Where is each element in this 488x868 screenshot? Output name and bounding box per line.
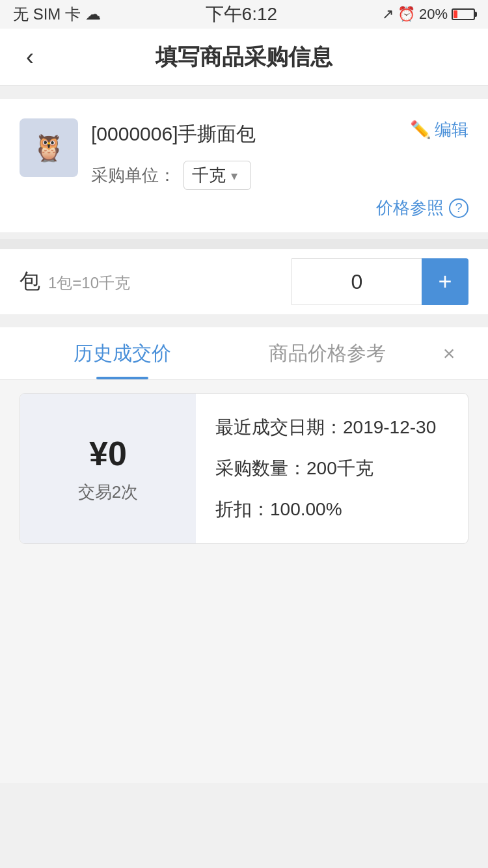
content-area: 历史成交价 商品价格参考 × ¥0 交易2次 最近成交日期：2019-12-30…: [0, 327, 488, 783]
product-unit-row: 采购单位： 千克 ▾: [91, 161, 256, 190]
status-bar: 无 SIM 卡 ☁ 下午6:12 ↗ ⏰ 20%: [0, 0, 488, 29]
product-info: [0000006]手撕面包 采购单位： 千克 ▾: [91, 118, 256, 190]
tab-close-button[interactable]: ×: [429, 327, 468, 379]
quantity-row-detail: 采购数量：200千克: [215, 454, 448, 483]
status-right: ↗ ⏰ 20%: [382, 6, 475, 23]
quantity-detail-value: 200千克: [306, 458, 373, 478]
price-ref-help-icon: ?: [449, 198, 468, 218]
battery-icon: [452, 8, 475, 20]
back-button[interactable]: ‹: [20, 37, 40, 77]
quantity-detail-label: 采购数量：: [215, 458, 306, 478]
price-amount: ¥0: [89, 434, 127, 473]
price-ref-label: 价格参照: [376, 197, 444, 219]
unit-label: 采购单位：: [91, 164, 176, 187]
quantity-input-group: 0 +: [291, 258, 468, 305]
tab-price-reference[interactable]: 商品价格参考: [224, 327, 429, 379]
discount-row: 折扣：100.00%: [215, 495, 448, 524]
product-card: 🦉 [0000006]手撕面包 采购单位： 千克 ▾ ✏️ 编辑 价格参照 ?: [0, 99, 488, 232]
price-trades: 交易2次: [78, 481, 138, 504]
quantity-row: 包 1包=10千克 0 +: [0, 249, 488, 314]
section-divider: [0, 239, 488, 249]
discount-value: 100.00%: [270, 499, 342, 519]
recent-date-row: 最近成交日期：2019-12-30: [215, 413, 448, 442]
status-left: 无 SIM 卡 ☁: [13, 4, 101, 25]
tab-history-price[interactable]: 历史成交价: [20, 327, 224, 379]
unit-value: 千克: [192, 164, 226, 187]
sim-label: 无 SIM 卡 ☁: [13, 4, 101, 25]
unit-select[interactable]: 千克 ▾: [183, 161, 251, 190]
product-logo-icon: 🦉: [33, 133, 65, 163]
recent-date-value: 2019-12-30: [343, 417, 436, 437]
price-card-left: ¥0 交易2次: [20, 394, 196, 543]
product-name: [0000006]手撕面包: [91, 121, 256, 148]
product-thumbnail: 🦉: [20, 118, 78, 177]
quantity-plus-button[interactable]: +: [422, 258, 468, 305]
price-ref-row[interactable]: 价格参照 ?: [20, 197, 468, 219]
page-title: 填写商品采购信息: [156, 42, 332, 72]
recent-date-label: 最近成交日期：: [215, 417, 343, 437]
quantity-conversion: 1包=10千克: [48, 273, 130, 293]
unit-dropdown-icon: ▾: [231, 168, 237, 183]
tab-bar: 历史成交价 商品价格参考 ×: [0, 327, 488, 380]
price-card: ¥0 交易2次 最近成交日期：2019-12-30 采购数量：200千克 折扣：…: [20, 393, 468, 544]
price-card-right: 最近成交日期：2019-12-30 采购数量：200千克 折扣：100.00%: [196, 394, 468, 543]
quantity-label-group: 包 1包=10千克: [20, 267, 130, 296]
edit-icon: ✏️: [410, 120, 431, 140]
battery-percent: 20%: [419, 6, 448, 23]
quantity-input[interactable]: 0: [291, 258, 422, 305]
alarm-icon: ⏰: [398, 6, 415, 23]
quantity-unit: 包: [20, 267, 40, 296]
edit-button[interactable]: ✏️ 编辑: [410, 118, 468, 141]
status-time: 下午6:12: [206, 2, 278, 27]
nav-bar: ‹ 填写商品采购信息: [0, 29, 488, 86]
discount-label: 折扣：: [215, 499, 270, 519]
location-icon: ↗: [382, 6, 394, 23]
